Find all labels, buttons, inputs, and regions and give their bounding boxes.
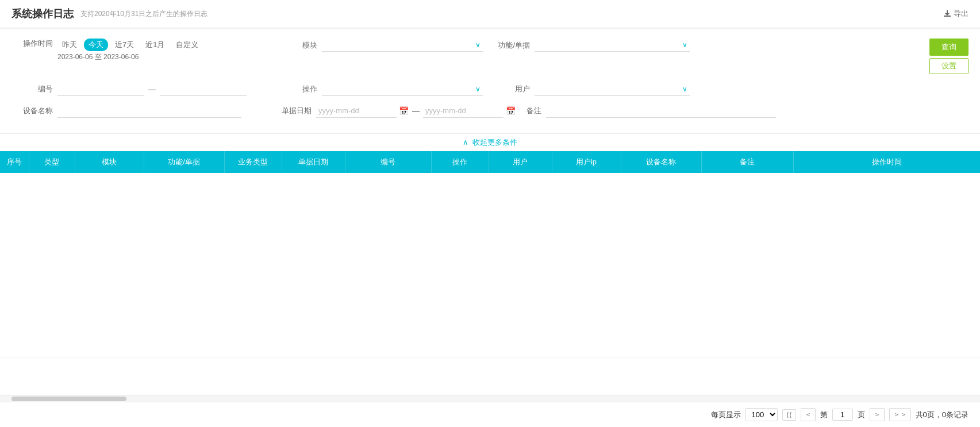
calendar-from-icon[interactable]: 📅 <box>399 106 409 116</box>
col-header-user: 用户 <box>489 151 552 173</box>
calendar-to-icon[interactable]: 📅 <box>506 106 516 116</box>
yesterday-btn[interactable]: 昨天 <box>57 39 82 51</box>
collapse-label: 收起更多条件 <box>472 138 517 147</box>
page-prefix: 第 <box>820 410 828 420</box>
custom-btn[interactable]: 自定义 <box>171 39 203 51</box>
date-dash: — <box>412 107 420 116</box>
table-header-row: 序号 类型 模块 功能/单据 业务类型 单据日期 编号 操作 用户 用户ip 设… <box>0 151 980 173</box>
action-buttons: 查询 设置 <box>929 39 969 74</box>
op-label: 操作 <box>276 84 322 94</box>
col-header-date: 单据日期 <box>282 151 345 173</box>
total-info: 共0页，0条记录 <box>916 410 969 420</box>
settings-button[interactable]: 设置 <box>929 58 969 74</box>
code-start-input[interactable] <box>57 82 144 96</box>
last-page-button[interactable]: ＞＞ <box>889 408 911 421</box>
user-label: 用户 <box>483 84 535 94</box>
svg-rect-0 <box>944 16 951 17</box>
module-select[interactable]: ∨ <box>322 39 483 52</box>
page-size-label: 每页显示 <box>711 410 741 420</box>
page-size-select[interactable]: 100 50 200 <box>745 408 778 421</box>
op-select[interactable]: ∨ <box>322 83 483 96</box>
func-select[interactable]: ∨ <box>535 39 690 52</box>
last7-btn[interactable]: 近7天 <box>110 39 139 51</box>
collapse-icon: ∧ <box>463 138 468 147</box>
col-header-time: 操作时间 <box>793 151 980 173</box>
today-btn[interactable]: 今天 <box>84 39 108 51</box>
page-suffix: 页 <box>858 410 865 420</box>
table-wrapper: 序号 类型 模块 功能/单据 业务类型 单据日期 编号 操作 用户 用户ip 设… <box>0 151 980 395</box>
device-label: 设备名称 <box>11 106 57 116</box>
code-end-input[interactable] <box>160 82 247 96</box>
page-subtitle: 支持2020年10月31日之后产生的操作日志 <box>80 9 207 19</box>
col-header-biz: 业务类型 <box>224 151 282 173</box>
page-title: 系统操作日志 <box>11 7 74 21</box>
col-header-ip: 用户ip <box>552 151 621 173</box>
collapse-bar[interactable]: ∧ 收起更多条件 <box>0 133 980 151</box>
device-input[interactable] <box>57 104 241 118</box>
doc-date-label: 单据日期 <box>276 106 316 116</box>
col-header-remark: 备注 <box>701 151 793 173</box>
func-label: 功能/单据 <box>483 40 535 51</box>
date-from-input[interactable] <box>316 104 397 118</box>
last1m-btn[interactable]: 近1月 <box>141 39 169 51</box>
col-header-module: 模块 <box>75 151 144 173</box>
svg-marker-2 <box>945 13 950 16</box>
remark-input[interactable] <box>546 104 776 118</box>
scrollbar-thumb[interactable] <box>11 397 126 401</box>
prev-page-button[interactable]: ＜ <box>801 408 816 421</box>
horizontal-scrollbar[interactable] <box>0 395 980 402</box>
user-chevron-icon: ∨ <box>682 85 687 93</box>
next-page-button[interactable]: ＞ <box>870 408 885 421</box>
col-header-type: 类型 <box>29 151 75 173</box>
page-number-input[interactable] <box>832 409 853 421</box>
op-time-label: 操作时间 <box>11 39 57 49</box>
code-label: 编号 <box>11 84 57 94</box>
data-table: 序号 类型 模块 功能/单据 业务类型 单据日期 编号 操作 用户 用户ip 设… <box>0 151 980 357</box>
date-to-input[interactable] <box>423 104 504 118</box>
user-select[interactable]: ∨ <box>535 83 690 96</box>
module-label: 模块 <box>276 40 322 51</box>
func-chevron-icon: ∨ <box>682 41 687 49</box>
export-icon <box>943 10 951 18</box>
col-header-func: 功能/单据 <box>144 151 224 173</box>
col-header-op: 操作 <box>431 151 489 173</box>
pagination-footer: 每页显示 100 50 200 ⟨⟨ ＜ 第 页 ＞ ＞＞ 共0页，0条记录 <box>0 402 980 427</box>
export-button[interactable]: 导出 <box>943 9 969 19</box>
code-separator: — <box>148 85 156 94</box>
op-chevron-icon: ∨ <box>475 85 481 93</box>
query-button[interactable]: 查询 <box>929 39 969 56</box>
remark-label: 备注 <box>517 106 546 116</box>
module-chevron-icon: ∨ <box>475 41 481 49</box>
first-page-button[interactable]: ⟨⟨ <box>782 409 796 421</box>
date-range-display: 2023-06-06 至 2023-06-06 <box>57 52 203 62</box>
col-header-code: 编号 <box>345 151 431 173</box>
col-header-device: 设备名称 <box>621 151 701 173</box>
col-header-seq: 序号 <box>0 151 29 173</box>
